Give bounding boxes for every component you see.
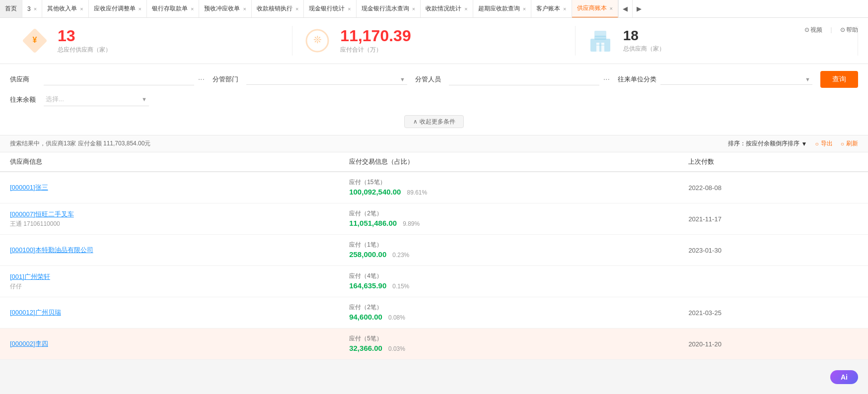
supplier-link[interactable]: [000100]本特勤油品有限公司	[10, 246, 93, 254]
last-pay-date: 2020-11-20	[688, 340, 722, 348]
table-row: [000001]张三 应付（15笔） 100,092,540.00 89.61%…	[0, 172, 868, 203]
nav-tab-advance-ar[interactable]: 预收冲应收单 ×	[199, 0, 251, 18]
tx-amount: 164,635.90	[349, 281, 386, 290]
refresh-button[interactable]: ○ 刷新	[841, 139, 858, 148]
query-button[interactable]: 查询	[820, 71, 858, 88]
results-actions: 排序：按应付余额倒序排序 ▼ ○ 导出 ○ 刷新	[728, 139, 858, 148]
nav-tab-other-income[interactable]: 其他收入单 ×	[42, 0, 88, 18]
refresh-icon: ○	[841, 140, 844, 147]
balance-placeholder: 选择...	[46, 95, 142, 104]
dept-chevron-icon: ▼	[400, 76, 405, 82]
payable-suppliers-label: 总应付供应商（家）	[58, 46, 111, 54]
close-other-income-icon[interactable]: ×	[80, 6, 83, 12]
svg-rect-9	[596, 45, 604, 46]
dept-select[interactable]: ▼	[246, 74, 407, 85]
supplier-link[interactable]: [000002]李四	[10, 340, 48, 347]
tx-label: 应付（4笔）	[349, 272, 688, 280]
supplier-label: 供应商	[10, 75, 40, 84]
last-pay-cell: 2021-03-25	[688, 309, 858, 317]
payable-amount-number: 11,170.39	[340, 28, 411, 44]
nav-tab-overdue-ar[interactable]: 超期应收款查询 ×	[473, 0, 531, 18]
nav-tab-ar-ap-adjust[interactable]: 应收应付调整单 ×	[89, 0, 147, 18]
nav-next-button[interactable]: ▶	[632, 0, 646, 18]
person-filter: 分管人员 ···	[415, 73, 610, 85]
data-table: 供应商信息 应付交易信息（占比） 上次付数 [000001]张三 应付（15笔）…	[0, 152, 868, 360]
last-pay-cell: 2022-08-08	[688, 184, 858, 192]
filter-row-1: 供应商 ··· 分管部门 ▼ 分管人员 ··· 往来单位分类 ▼ 查询	[10, 71, 858, 88]
payable-amount-icon: ❊	[302, 26, 332, 56]
video-link[interactable]: ⊙视频	[804, 26, 822, 34]
supplier-link[interactable]: [000012]广州贝瑞	[10, 309, 61, 316]
table-row: [000012]广州贝瑞 应付（2笔） 94,600.00 0.08% 2021…	[0, 297, 868, 328]
close-receipt-verify-icon[interactable]: ×	[295, 6, 298, 12]
payable-suppliers-number: 13	[58, 28, 111, 44]
col-tx-info: 应付交易信息（占比）	[349, 157, 688, 166]
tx-percent: 0.03%	[388, 345, 405, 352]
payable-amount-label: 应付合计（万）	[340, 46, 411, 54]
svg-rect-6	[594, 31, 606, 37]
table-row: [000002]李四 应付（5笔） 32,366.00 0.03% 2020-1…	[0, 328, 868, 360]
tx-amount: 258,000.00	[349, 250, 386, 259]
total-suppliers-icon	[585, 26, 615, 56]
last-pay-date: 2023-01-30	[688, 247, 722, 254]
table-body: [000001]张三 应付（15笔） 100,092,540.00 89.61%…	[0, 172, 868, 360]
table-row: [001]广州荣轩 仔仔 应付（4笔） 164,635.90 0.15%	[0, 266, 868, 297]
close-ar-ap-adjust-icon[interactable]: ×	[139, 6, 142, 12]
category-filter: 往来单位分类 ▼	[618, 74, 812, 85]
supplier-link[interactable]: [000007]恒旺二手叉车	[10, 210, 74, 218]
tx-label: 应付（2笔）	[349, 303, 688, 312]
close-tab-3-icon[interactable]: ×	[34, 6, 37, 12]
close-overdue-ar-icon[interactable]: ×	[523, 6, 526, 12]
balance-filter: 往来余额 选择... ▼	[10, 93, 149, 106]
tx-percent: 0.15%	[392, 283, 409, 290]
close-customer-ledger-icon[interactable]: ×	[563, 6, 566, 12]
person-input[interactable]	[449, 73, 599, 85]
nav-tab-home[interactable]: 首页	[0, 0, 22, 18]
dept-filter: 分管部门 ▼	[213, 74, 407, 85]
col-supplier-info: 供应商信息	[10, 157, 349, 166]
nav-tab-receipt-stat[interactable]: 收款情况统计 ×	[421, 0, 473, 18]
person-label: 分管人员	[415, 75, 445, 84]
nav-tab-receipt-verify[interactable]: 收款核销执行 ×	[252, 0, 304, 18]
person-dots-icon[interactable]: ···	[603, 75, 610, 84]
nav-tab-3[interactable]: 3 ×	[22, 0, 42, 18]
sort-chevron-icon: ▼	[801, 140, 807, 147]
collapse-button[interactable]: ∧ 收起更多条件	[404, 115, 464, 128]
supplier-input[interactable]	[44, 73, 194, 85]
category-select[interactable]: ▼	[660, 74, 812, 85]
last-pay-cell: 2020-11-20	[688, 340, 858, 348]
close-cash-bank-stat-icon[interactable]: ×	[348, 6, 351, 12]
export-icon: ○	[815, 140, 819, 147]
tx-percent: 0.08%	[388, 314, 405, 321]
supplier-link[interactable]: [001]广州荣轩	[10, 273, 50, 280]
close-receipt-stat-icon[interactable]: ×	[464, 6, 467, 12]
category-chevron-icon: ▼	[805, 76, 810, 82]
tx-info-cell: 应付（4笔） 164,635.90 0.15%	[349, 272, 688, 291]
tx-label: 应付（1笔）	[349, 241, 688, 249]
close-advance-ar-icon[interactable]: ×	[243, 6, 246, 12]
close-supplier-ledger-icon[interactable]: ×	[610, 5, 613, 11]
close-cash-flow-icon[interactable]: ×	[412, 6, 415, 12]
svg-rect-7	[596, 43, 599, 52]
supplier-info-cell: [000100]本特勤油品有限公司	[10, 246, 349, 255]
supplier-link[interactable]: [000001]张三	[10, 184, 48, 191]
help-link[interactable]: ⊙帮助	[840, 26, 858, 34]
nav-tab-bank-deposit[interactable]: 银行存取款单 ×	[147, 0, 199, 18]
balance-label: 往来余额	[10, 95, 40, 104]
payable-suppliers-stat: ¥ 13 总应付供应商（家）	[10, 26, 292, 56]
stats-header: ¥ 13 总应付供应商（家） ❊ 11,170.39 应付合计（万）	[0, 18, 868, 64]
supplier-dots-icon[interactable]: ···	[198, 75, 205, 84]
nav-tab-cash-flow[interactable]: 现金银行流水查询 ×	[357, 0, 421, 18]
nav-tab-cash-bank-stat[interactable]: 现金银行统计 ×	[304, 0, 356, 18]
export-button[interactable]: ○ 导出	[815, 139, 833, 148]
top-nav: 首页 3 × 其他收入单 × 应收应付调整单 × 银行存取款单 × 预收冲应收单…	[0, 0, 868, 18]
sort-button[interactable]: 排序：按应付余额倒序排序 ▼	[728, 139, 807, 148]
nav-prev-button[interactable]: ◀	[618, 0, 632, 18]
total-suppliers-label: 总供应商（家）	[623, 45, 665, 53]
tx-info-cell: 应付（5笔） 32,366.00 0.03%	[349, 334, 688, 353]
nav-tab-supplier-ledger[interactable]: 供应商账本 ×	[572, 0, 618, 18]
balance-select[interactable]: 选择... ▼	[44, 93, 149, 106]
tx-info-cell: 应付（2笔） 94,600.00 0.08%	[349, 303, 688, 322]
nav-tab-customer-ledger[interactable]: 客户账本 ×	[531, 0, 572, 18]
close-bank-deposit-icon[interactable]: ×	[191, 6, 194, 12]
